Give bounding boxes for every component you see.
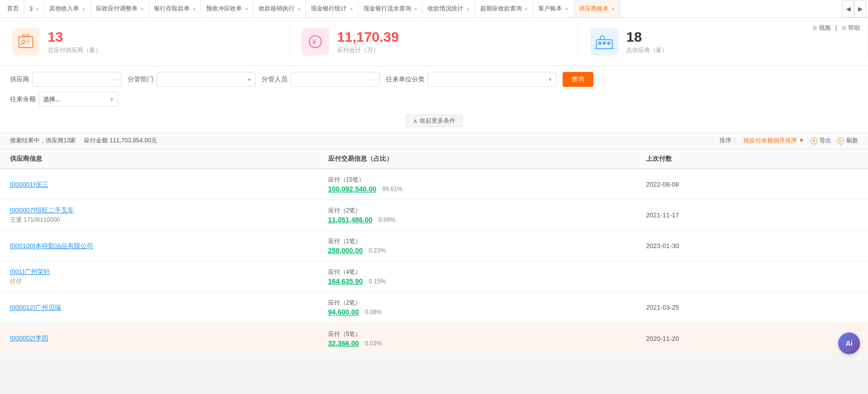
last-pay-cell: 2022-08-08	[646, 181, 858, 188]
tx-percent: 0.03%	[365, 340, 382, 347]
tx-amount[interactable]: 100,092,540.00	[328, 185, 376, 193]
tx-amount[interactable]: 11,051,486.00	[328, 216, 373, 224]
close-icon[interactable]: ×	[297, 6, 300, 12]
tx-percent: 0.15%	[369, 278, 386, 285]
nav-tab-customer-ledger-label: 客户账本	[538, 4, 562, 13]
nav-tab-3[interactable]: 3 ×	[24, 0, 44, 17]
query-button[interactable]: 查询	[563, 72, 593, 87]
tx-percent: 0.08%	[365, 309, 382, 316]
supplier-link[interactable]: [000007]恒旺二手叉车	[10, 206, 328, 215]
dept-label: 分管部门	[128, 75, 153, 84]
refresh-button[interactable]: ↻ 刷新	[837, 136, 858, 145]
collapse-up-icon: ∧	[413, 118, 418, 125]
close-icon[interactable]: ×	[565, 6, 568, 12]
collapse-button[interactable]: ∧ 收起更多条件	[406, 115, 463, 127]
nav-tab-ar-ap-adjust[interactable]: 应收应付调整单 ×	[91, 0, 149, 17]
close-icon[interactable]: ×	[141, 6, 144, 12]
supplier-label: 供应商	[10, 75, 29, 84]
payable-label: 总应付供应商（家）	[48, 46, 101, 55]
transaction-info-cell: 应付（5笔） 32,366.00 0.03%	[328, 330, 647, 347]
tx-amount[interactable]: 258,000.00	[328, 247, 363, 255]
header-transaction: 应付交易信息（占比）	[328, 154, 647, 163]
supplier-link[interactable]: [000100]本特勤油品有限公司	[10, 242, 328, 251]
supplier-input[interactable]	[32, 72, 122, 87]
total-value: 11,170.39	[337, 29, 399, 46]
supplier-link[interactable]: [001]广州荣轩	[10, 267, 328, 276]
dept-filter-item: 分管部门 ▼	[128, 72, 256, 87]
nav-tab-cash-stats[interactable]: 现金银行统计 ×	[306, 0, 358, 17]
nav-tab-bank-deposit-label: 银行存取款单	[154, 4, 190, 13]
transaction-info-cell: 应付（4笔） 164,635.90 0.15%	[328, 268, 647, 285]
tx-percent: 9.89%	[378, 216, 395, 223]
ai-assistant-button[interactable]: Ai	[838, 332, 860, 354]
summary-card-total-payable: ¥ 11,170.39 应付合计（万）	[289, 24, 579, 60]
close-icon[interactable]: ×	[36, 6, 39, 12]
table-row: [001]广州荣轩 仔仔 应付（4笔） 164,635.90 0.15%	[0, 262, 868, 292]
nav-tab-customer-ledger[interactable]: 客户账本 ×	[533, 0, 574, 17]
nav-tab-supplier-ledger-label: 供应商账本	[579, 4, 609, 13]
supplier-table: 供应商信息 应付交易信息（占比） 上次付数 [000001]张三 应付（15笔）…	[0, 149, 868, 354]
person-input[interactable]	[290, 72, 380, 87]
supplier-link[interactable]: [000012]广州贝瑞	[10, 303, 328, 312]
svg-rect-7	[607, 42, 610, 45]
help-link[interactable]: 帮助	[848, 24, 860, 31]
svg-rect-6	[603, 42, 606, 45]
balance-label: 往来余额	[10, 95, 36, 104]
sort-label: 排序：	[720, 136, 737, 145]
close-icon[interactable]: ×	[350, 6, 353, 12]
close-icon[interactable]: ×	[612, 6, 615, 12]
close-icon[interactable]: ×	[466, 6, 469, 12]
tx-amount[interactable]: 94,600.00	[328, 308, 359, 316]
nav-arrows: ◀ ▶	[842, 0, 866, 17]
refresh-label: 刷新	[846, 136, 858, 145]
nav-tab-home-label: 首页	[7, 4, 19, 13]
nav-tab-payment-stats-label: 收款情况统计	[428, 4, 463, 13]
nav-tab-collection[interactable]: 收款核销执行 ×	[254, 0, 306, 17]
nav-tab-bank-deposit[interactable]: 银行存取款单 ×	[149, 0, 201, 17]
dept-select[interactable]	[156, 72, 256, 87]
nav-tab-payment-stats[interactable]: 收款情况统计 ×	[423, 0, 475, 17]
tx-row: 100,092,540.00 89.61%	[328, 185, 647, 193]
nav-tab-other-income[interactable]: 其他收入单 ×	[44, 0, 90, 17]
results-count-text: 搜索结果中，供应商13家	[10, 136, 76, 145]
close-icon[interactable]: ×	[245, 6, 248, 12]
export-button[interactable]: ⬇ 导出	[810, 136, 831, 145]
tx-label: 应付（2笔）	[328, 206, 647, 215]
supplier-info-cell: [000100]本特勤油品有限公司	[10, 242, 328, 251]
summary-bar: 13 总应付供应商（家） ¥ 11,170.39 应付合计（万）	[0, 18, 868, 66]
nav-tab-prepay[interactable]: 预收冲应收单 ×	[201, 0, 253, 17]
summary-card-suppliers-payable: 13 总应付供应商（家）	[0, 24, 289, 60]
total-label: 应付合计（万）	[337, 46, 399, 55]
nav-tab-overdue[interactable]: 超期应收款查询 ×	[475, 0, 533, 17]
sort-value: 按应付余额倒序排序	[743, 137, 797, 144]
nav-next-arrow[interactable]: ▶	[854, 0, 866, 17]
payable-value: 13	[48, 29, 101, 46]
table-row: [000012]广州贝瑞 应付（2笔） 94,600.00 0.08% 2021…	[0, 292, 868, 323]
table-header: 供应商信息 应付交易信息（占比） 上次付数	[0, 149, 868, 169]
close-icon[interactable]: ×	[82, 6, 85, 12]
nav-prev-arrow[interactable]: ◀	[842, 0, 854, 17]
close-icon[interactable]: ×	[525, 6, 528, 12]
supplier-info-cell: [000001]张三	[10, 180, 328, 189]
sort-select[interactable]: 按应付余额倒序排序 ▼	[743, 136, 804, 145]
nav-tab-supplier-ledger[interactable]: 供应商账本 ×	[574, 0, 620, 17]
video-link[interactable]: 视频	[819, 24, 831, 31]
separator: |	[835, 24, 837, 31]
nav-tab-home[interactable]: 首页	[2, 0, 24, 17]
tx-percent: 89.61%	[382, 186, 403, 193]
supplier-link[interactable]: [000002]李四	[10, 334, 328, 343]
tx-label: 应付（2笔）	[328, 299, 647, 307]
supplier-link[interactable]: [000001]张三	[10, 180, 328, 189]
nav-tab-cash-stats-label: 现金银行统计	[311, 4, 347, 13]
supplier-sub: 王通 17106110000	[10, 216, 328, 224]
tx-amount[interactable]: 164,635.90	[328, 277, 363, 285]
supplier-info-cell: [000012]广州贝瑞	[10, 303, 328, 312]
category-select[interactable]	[428, 72, 557, 87]
close-icon[interactable]: ×	[193, 6, 196, 12]
balance-select[interactable]: 选择...	[39, 92, 118, 107]
nav-tab-3-label: 3	[29, 5, 33, 12]
nav-tab-cash-flow[interactable]: 现金银行流水查询 ×	[359, 0, 423, 17]
tx-amount[interactable]: 32,366.00	[328, 339, 359, 347]
table-body: [000001]张三 应付（15笔） 100,092,540.00 89.61%…	[0, 169, 868, 354]
close-icon[interactable]: ×	[414, 6, 417, 12]
